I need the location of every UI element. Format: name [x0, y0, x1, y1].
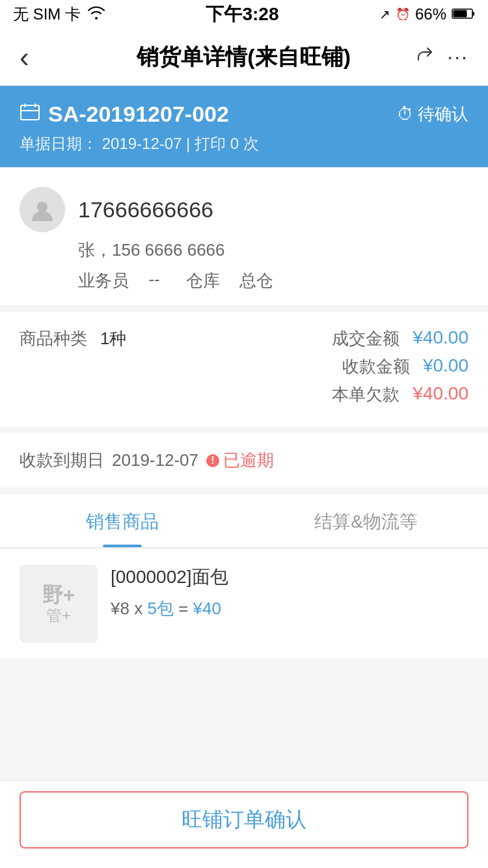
order-number: SA-20191207-002 — [48, 102, 229, 127]
amount-row: 成交金额 ¥40.00 — [332, 327, 468, 350]
status-bar-time: 下午3:28 — [206, 2, 278, 27]
summary-right: 成交金额 ¥40.00 收款金额 ¥0.00 本单欠款 ¥40.00 — [332, 327, 468, 411]
battery-label: 66% — [415, 5, 446, 23]
product-info: [0000002]面包 ¥8 x 5包 = ¥40 — [111, 565, 468, 620]
tab-settlement[interactable]: 结算&物流等 — [244, 494, 488, 547]
product-section: 野+ 管+ [0000002]面包 ¥8 x 5包 = ¥40 — [0, 549, 488, 658]
product-thumbnail: 野+ 管+ — [20, 565, 98, 643]
owed-row: 本单欠款 ¥40.00 — [332, 383, 468, 406]
status-clock-icon: ⏱ — [397, 104, 414, 124]
status-bar-left: 无 SIM 卡 — [13, 4, 105, 25]
svg-point-4 — [37, 202, 47, 212]
tabs-section: 销售商品 结算&物流等 — [0, 494, 488, 548]
summary-left: 商品种类 1种 — [20, 327, 126, 350]
status-bar-right: ↗ ⏰ 66% — [379, 5, 475, 23]
confirm-order-button[interactable]: 旺铺订单确认 — [20, 791, 468, 848]
salesperson-label: 业务员 — [78, 269, 129, 292]
customer-name: 张，156 6666 6666 — [78, 239, 468, 262]
more-icon[interactable]: ··· — [447, 45, 468, 69]
warehouse-value: 总仓 — [239, 269, 273, 292]
overdue-icon: ! — [206, 454, 219, 467]
nav-left: ‹ — [20, 41, 72, 74]
summary-section: 商品种类 1种 成交金额 ¥40.00 收款金额 ¥0.00 本单欠款 ¥40.… — [0, 312, 488, 427]
bottom-bar: 旺铺订单确认 — [0, 780, 488, 868]
tab-sales-product[interactable]: 销售商品 — [0, 494, 244, 547]
header-card-top: SA-20191207-002 ⏱ 待确认 — [20, 102, 468, 127]
received-label: 收款金额 — [342, 355, 410, 378]
carrier-label: 无 SIM 卡 — [13, 4, 81, 25]
avatar — [20, 187, 65, 232]
order-date: 单据日期： 2019-12-07 | 打印 0 次 — [20, 133, 468, 154]
status-bar: 无 SIM 卡 下午3:28 ↗ ⏰ 66% — [0, 0, 488, 29]
due-date-label: 收款到期日 — [20, 449, 104, 472]
overdue-badge: ! 已逾期 — [206, 449, 274, 472]
status-text: 待确认 — [418, 103, 468, 126]
customer-section: 17666666666 张，156 6666 6666 业务员 -- 仓库 总仓 — [0, 167, 488, 305]
received-row: 收款金额 ¥0.00 — [332, 355, 468, 378]
location-icon: ↗ — [379, 7, 390, 22]
customer-meta: 业务员 -- 仓库 总仓 — [78, 269, 468, 292]
warehouse-label: 仓库 — [186, 269, 220, 292]
header-card: SA-20191207-002 ⏱ 待确认 单据日期： 2019-12-07 |… — [0, 86, 488, 167]
svg-rect-2 — [453, 10, 467, 18]
due-section: 收款到期日 2019-12-07 ! 已逾期 — [0, 433, 488, 487]
owed-label: 本单欠款 — [332, 383, 400, 406]
page-title: 销货单详情(来自旺铺) — [72, 42, 416, 72]
back-button[interactable]: ‹ — [20, 41, 29, 74]
product-item: 野+ 管+ [0000002]面包 ¥8 x 5包 = ¥40 — [0, 549, 488, 658]
wifi-icon — [87, 5, 105, 23]
order-status: ⏱ 待确认 — [397, 103, 468, 126]
equals-symbol: = — [178, 599, 188, 618]
amount-label: 成交金额 — [332, 327, 400, 350]
unit-price: ¥8 — [111, 599, 129, 618]
share-icon[interactable] — [416, 46, 434, 68]
due-date-value: 2019-12-07 — [112, 450, 198, 470]
quantity: 5包 — [147, 599, 173, 618]
tabs-row: 销售商品 结算&物流等 — [0, 494, 488, 548]
svg-rect-1 — [472, 12, 474, 16]
battery-icon — [452, 5, 475, 23]
overdue-text: 已逾期 — [223, 449, 274, 472]
svg-rect-3 — [21, 105, 39, 120]
multiply-symbol: x — [134, 599, 142, 618]
owed-value: ¥40.00 — [413, 383, 468, 406]
product-price-detail: ¥8 x 5包 = ¥40 — [111, 597, 468, 620]
product-name: [0000002]面包 — [111, 565, 468, 590]
order-icon — [20, 103, 40, 126]
salesperson-value: -- — [148, 269, 159, 292]
total-price: ¥40 — [193, 599, 221, 618]
product-type-label: 商品种类 — [20, 327, 87, 350]
nav-bar: ‹ 销货单详情(来自旺铺) ··· — [0, 29, 488, 86]
product-type-value: 1种 — [100, 327, 126, 350]
alarm-icon: ⏰ — [396, 7, 410, 21]
nav-right: ··· — [416, 45, 468, 69]
received-value: ¥0.00 — [423, 355, 468, 378]
amount-value: ¥40.00 — [413, 327, 468, 350]
customer-row: 17666666666 — [20, 187, 468, 232]
customer-phone: 17666666666 — [78, 197, 213, 223]
